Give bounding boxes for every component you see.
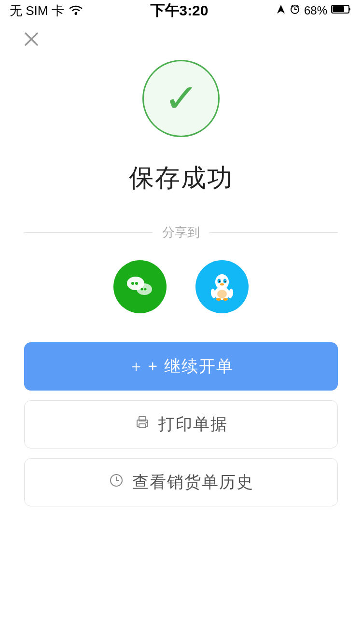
svg-point-19: [220, 280, 221, 281]
plus-icon: ＋: [128, 356, 145, 377]
status-left: 无 SIM 卡: [10, 2, 83, 19]
svg-point-13: [144, 288, 147, 291]
wifi-icon: [69, 3, 83, 18]
svg-point-0: [74, 13, 77, 15]
location-icon: [276, 4, 286, 17]
clock-icon: [108, 472, 125, 492]
status-bar: 无 SIM 卡 下午3:20 68%: [0, 0, 362, 21]
close-button[interactable]: [19, 27, 43, 51]
svg-point-9: [131, 282, 134, 285]
print-button[interactable]: 打印单据: [24, 400, 338, 448]
alarm-icon: [290, 4, 300, 17]
svg-rect-5: [333, 6, 344, 12]
svg-point-21: [220, 283, 224, 285]
share-divider-row: 分享到: [0, 224, 362, 241]
status-right: 68%: [276, 4, 352, 17]
wechat-share-button[interactable]: [113, 260, 167, 313]
share-label: 分享到: [153, 224, 209, 241]
svg-point-25: [223, 298, 228, 301]
svg-point-31: [146, 422, 147, 423]
continue-button[interactable]: ＋ + 继续开单: [24, 342, 338, 391]
main-content: ✓ 保存成功 分享到: [0, 21, 362, 506]
continue-label: + 继续开单: [148, 355, 233, 378]
divider-line-right: [209, 232, 338, 233]
success-title: 保存成功: [129, 161, 233, 195]
history-label: 查看销货单历史: [132, 471, 254, 493]
status-time: 下午3:20: [150, 1, 208, 21]
share-section: 分享到: [0, 224, 362, 313]
svg-rect-29: [139, 424, 146, 428]
divider-line-left: [24, 232, 153, 233]
history-button[interactable]: 查看销货单历史: [24, 458, 338, 506]
svg-point-20: [225, 280, 226, 281]
battery-icon: [331, 4, 352, 17]
success-icon-circle: ✓: [142, 60, 220, 137]
no-sim-text: 无 SIM 卡: [10, 2, 64, 19]
svg-point-12: [141, 288, 143, 291]
svg-point-10: [135, 282, 138, 285]
battery-percentage: 68%: [304, 4, 327, 17]
printer-icon: [134, 414, 151, 434]
buttons-section: ＋ + 继续开单 打印单据: [0, 342, 362, 506]
qq-share-button[interactable]: [195, 260, 249, 313]
print-label: 打印单据: [158, 413, 228, 435]
svg-point-24: [216, 298, 221, 301]
share-icons-row: [113, 260, 249, 313]
svg-point-23: [217, 290, 227, 298]
checkmark-icon: ✓: [163, 79, 199, 118]
